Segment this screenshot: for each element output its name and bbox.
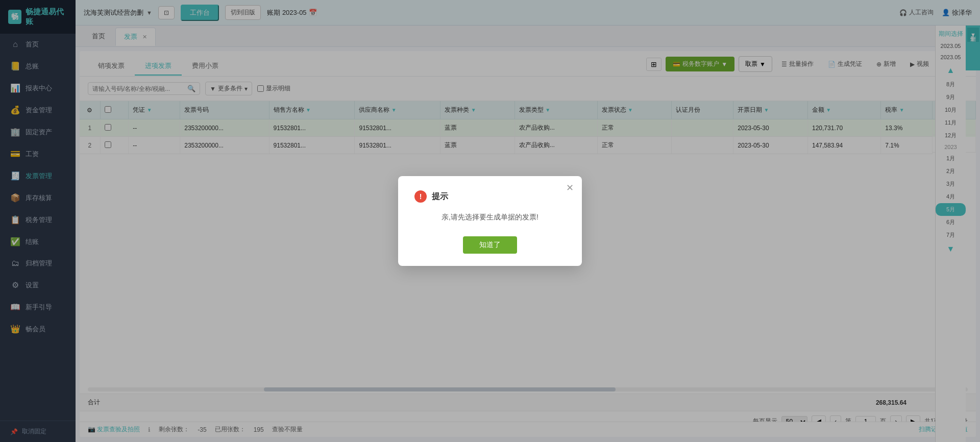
modal-title-text: 提示 xyxy=(432,191,448,202)
modal-confirm-button[interactable]: 知道了 xyxy=(463,236,517,254)
modal-title-row: ! 提示 xyxy=(414,190,566,203)
modal-overlay[interactable]: ✕ ! 提示 亲,请先选择要生成单据的发票! 知道了 xyxy=(0,0,980,442)
modal-message: 亲,请先选择要生成单据的发票! xyxy=(414,213,566,222)
warning-icon: ! xyxy=(414,190,427,203)
modal-dialog: ✕ ! 提示 亲,请先选择要生成单据的发票! 知道了 xyxy=(398,176,582,266)
modal-close-button[interactable]: ✕ xyxy=(566,182,574,193)
modal-footer: 知道了 xyxy=(414,236,566,254)
